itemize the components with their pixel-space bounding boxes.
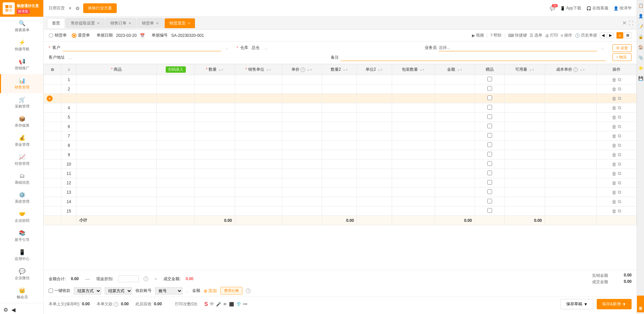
sidebar-item-operations[interactable]: 📈 经营管理 <box>0 150 43 170</box>
sidebar-item-purchase[interactable]: 🛒 采购管理 <box>0 93 43 112</box>
settings-btn[interactable]: ⚙ 设置 <box>612 44 632 52</box>
save-draft-btn[interactable]: 保存草稿 ▼ <box>560 299 593 309</box>
delete-row-10[interactable]: 🗑 <box>612 161 616 167</box>
right-icon-4[interactable]: 🔒 <box>638 33 644 41</box>
sidebar-item-wechat[interactable]: 💬 企业微信 <box>0 265 43 284</box>
gift-check-4[interactable] <box>487 105 492 110</box>
settlement-select[interactable]: 结算方式 <box>74 287 101 295</box>
copy-row-11[interactable]: ⧉ <box>618 171 621 176</box>
right-icon-8[interactable]: 💾 <box>638 74 644 82</box>
staff-input[interactable] <box>439 44 597 51</box>
sidebar-item-enterprise[interactable]: 🤝 企业协同 <box>0 207 43 227</box>
sidebar-item-member[interactable]: 👑 畅会员 <box>0 284 43 303</box>
sidebar-item-search[interactable]: 🔍 搜索菜单 <box>0 17 43 36</box>
address-dots[interactable]: ... <box>67 55 73 60</box>
calc-method-select[interactable]: 结算方式 <box>105 287 132 295</box>
app-download-btn[interactable]: 📱 App下载 <box>560 5 581 11</box>
history-btn[interactable]: 🕐 历史单据 <box>575 33 597 38</box>
sidebar-item-inventory[interactable]: 📦 库存核算 <box>0 112 43 131</box>
tab-sales-return[interactable]: 销货退货 ✕ <box>164 18 195 28</box>
video-btn[interactable]: ▶ 视频 <box>472 33 484 38</box>
online-service-btn[interactable]: 🎧 在线客服 <box>586 5 608 11</box>
one-click-payment[interactable]: 一键收款 <box>49 288 70 294</box>
delete-row-2[interactable]: 🗑 <box>612 86 616 92</box>
right-icon-7[interactable]: ⭐ <box>638 64 644 72</box>
discount-input[interactable] <box>118 275 139 282</box>
delete-row-14[interactable]: 🗑 <box>612 199 616 204</box>
copy-row-13[interactable]: ⧉ <box>618 189 621 195</box>
delete-row-13[interactable]: 🗑 <box>612 189 616 195</box>
sidebar-item-quick[interactable]: ⚡ 快捷导航 <box>0 36 43 55</box>
user-avatar[interactable]: 👤 徐泽华 <box>613 5 632 11</box>
experience-btn[interactable]: 体验行业方案 <box>83 3 117 13</box>
next-arrow[interactable]: ▶ <box>607 33 614 38</box>
cost-help-icon[interactable]: ? <box>573 67 578 72</box>
delete-row-7[interactable]: 🗑 <box>612 133 616 139</box>
help-btn[interactable]: ? 帮助 <box>490 33 502 38</box>
copy-row-1[interactable]: ⧉ <box>618 77 621 82</box>
tab-sales[interactable]: 销货单 ✕ <box>137 18 164 28</box>
view-grid-btn[interactable]: ⊞ <box>624 32 632 39</box>
sidebar-item-appstore[interactable]: 📱 应用中心 <box>0 246 43 265</box>
right-icon-2[interactable]: 👤 <box>638 12 644 20</box>
add-row-btn[interactable]: + <box>47 96 53 102</box>
print-btn[interactable]: 🖨 打印 <box>545 33 558 38</box>
delete-row-12[interactable]: 🗑 <box>612 180 616 186</box>
gift-check-15[interactable] <box>487 208 492 213</box>
row-product-1[interactable] <box>76 75 156 84</box>
copy-row-5[interactable]: ⧉ <box>618 114 621 120</box>
copy-row-3[interactable]: ⧉ <box>618 96 621 101</box>
customer-dots[interactable]: ... <box>223 46 230 50</box>
gift-check-14[interactable] <box>487 199 492 203</box>
fee-help-icon[interactable]: ? <box>246 289 251 293</box>
sidebar-item-sales[interactable]: 📊 销售管理 <box>0 74 43 93</box>
copy-row-4[interactable]: ⧉ <box>618 105 621 111</box>
delete-row-6[interactable]: 🗑 <box>612 124 616 129</box>
sidebar-item-basic[interactable]: 🗂 基础信息 <box>0 170 43 188</box>
add-payment-btn[interactable]: ⊕ 添加 <box>204 288 217 294</box>
gift-check-1[interactable] <box>487 77 492 81</box>
gift-check-7[interactable] <box>487 133 492 138</box>
save-new-btn[interactable]: 保存&新增 ▼ <box>597 299 632 309</box>
tab-sales-close[interactable]: ✕ <box>156 21 159 25</box>
sidebar-item-finance[interactable]: 💰 资金管理 <box>0 131 43 150</box>
copy-row-15[interactable]: ⧉ <box>618 208 621 214</box>
copy-row-9[interactable]: ⧉ <box>618 152 621 158</box>
copy-row-2[interactable]: ⧉ <box>618 86 621 92</box>
sidebar-item-system[interactable]: ⚙️ 系统管理 <box>0 188 43 207</box>
gift-check-10[interactable] <box>487 161 492 166</box>
tab-sales-return-close[interactable]: ✕ <box>187 21 190 25</box>
delete-row-9[interactable]: 🗑 <box>612 152 616 158</box>
shortcut-btn[interactable]: ⌨ 快捷键 <box>508 33 527 38</box>
tab-price-setting[interactable]: 售价提取设置 ✕ <box>66 18 105 28</box>
radio-return[interactable]: 退货单 <box>72 33 90 38</box>
delete-row-3[interactable]: 🗑 <box>612 96 616 101</box>
copy-row-14[interactable]: ⧉ <box>618 199 621 204</box>
logistics-btn[interactable]: + 物流 <box>612 53 632 61</box>
help-circle[interactable]: ? <box>144 276 148 281</box>
gift-check-8[interactable] <box>487 142 492 147</box>
delete-row-8[interactable]: 🗑 <box>612 142 616 148</box>
right-icon-1[interactable]: 📋 <box>638 2 644 9</box>
gift-check-5[interactable] <box>487 114 492 119</box>
right-icon-5[interactable]: 🏠 <box>638 43 644 51</box>
select-btn[interactable]: ☰ 选单 <box>530 33 542 38</box>
gift-check-3[interactable] <box>487 96 492 100</box>
copy-row-12[interactable]: ⧉ <box>618 180 621 186</box>
delete-row-1[interactable]: 🗑 <box>612 77 616 82</box>
th-settings[interactable]: ⚙ <box>44 64 61 75</box>
tab-sales-order[interactable]: 销售订单 ✕ <box>105 18 136 28</box>
copy-row-7[interactable]: ⧉ <box>618 133 621 139</box>
remark-input[interactable] <box>341 54 606 61</box>
gift-check-6[interactable] <box>487 124 492 128</box>
gift-check-9[interactable] <box>487 152 492 156</box>
price-help-icon[interactable]: ? <box>301 67 305 72</box>
calendar-icon[interactable]: 📅 <box>140 33 145 38</box>
sidebar-item-guide[interactable]: 📚 新手引导 <box>0 227 43 246</box>
right-icon-6[interactable]: 📎 <box>638 54 644 61</box>
sidebar-item-marketing[interactable]: 📢 营销推广 <box>0 55 43 74</box>
right-icon-3[interactable]: 📝 <box>638 22 644 30</box>
right-orange-panel[interactable]: 面板 <box>637 296 644 312</box>
dropdown-icon[interactable]: ▼ <box>68 6 72 11</box>
copy-row-6[interactable]: ⧉ <box>618 124 621 129</box>
